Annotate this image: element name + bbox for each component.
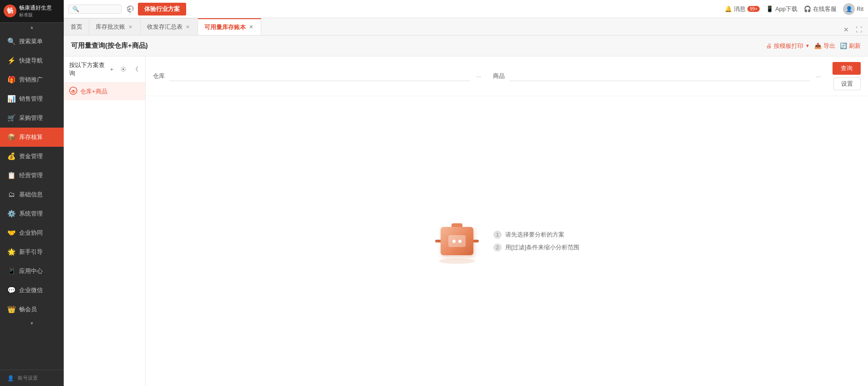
star-icon: 🌟 (7, 248, 15, 256)
close-tab-btn[interactable]: ✕ (841, 24, 852, 35)
export-btn[interactable]: 📤 导出 (814, 42, 835, 50)
tab-home[interactable]: 首页 (64, 18, 89, 35)
print-btn[interactable]: 🖨 按模板打印 ▼ (766, 42, 810, 50)
svg-point-2 (72, 90, 74, 92)
sidebar-menu: ▲ 🔍 搜索菜单 ⚡ 快捷导航 🎁 营销推广 📊 销售管理 🛒 采购管理 📦 库… (0, 23, 64, 370)
refresh-btn[interactable]: 🔄 刷新 (840, 42, 861, 50)
crown-icon: 👑 (7, 305, 15, 314)
filter-actions: 查询 设置 (832, 62, 861, 90)
filter-bar: 仓库 ··· 商品 ··· 查询 设置 (146, 57, 868, 96)
tab-close-receipt[interactable]: ✕ (184, 24, 191, 31)
svg-point-0 (122, 68, 124, 70)
tab-batch-account[interactable]: 库存批次账 ✕ (89, 18, 141, 35)
left-panel: 按以下方案查询 ＋ 《 仓库+商品 (64, 57, 146, 386)
sidebar-scroll-down[interactable]: ▼ (0, 319, 64, 328)
sidebar-item-wechat[interactable]: 💬 企业微信 (0, 281, 64, 300)
online-service-btn[interactable]: 🎧 在线客服 (804, 5, 837, 13)
settings-icon[interactable] (124, 4, 135, 15)
settings-button[interactable]: 设置 (833, 77, 861, 90)
gear-icon: ⚙️ (7, 210, 15, 218)
goods-filter-input[interactable] (509, 71, 810, 81)
refresh-icon: 🔄 (840, 42, 847, 49)
warehouse-more-btn[interactable]: ··· (474, 71, 484, 81)
app-download-btn[interactable]: 📱 App下载 (766, 5, 797, 13)
goods-more-btn[interactable]: ··· (813, 71, 823, 81)
expand-tab-btn[interactable]: ⛶ (853, 24, 864, 35)
sidebar-header: 畅 畅康通好生意 标准版 (0, 0, 64, 23)
sidebar-item-cooperation[interactable]: 🤝 企业协同 (0, 223, 64, 242)
trial-button[interactable]: 体验行业方案 (138, 3, 186, 15)
money-icon: 💰 (7, 152, 15, 160)
tabs-bar: 首页 库存批次账 ✕ 收发存汇总表 ✕ 可用量库存账本 ✕ ✕ ⛶ (64, 18, 868, 36)
avatar: 👤 (843, 3, 855, 15)
chat-icon: 💬 (7, 286, 15, 294)
sidebar-item-finance[interactable]: 💰 资金管理 (0, 147, 64, 166)
sidebar-item-operations[interactable]: 📋 经营管理 (0, 166, 64, 185)
shortcut-icon: ⚡ (7, 57, 15, 65)
sidebar-footer: 👤 账号设置 (0, 370, 64, 386)
hint-1: 1 请先选择要分析的方案 (493, 231, 579, 239)
scheme-warehouse-goods[interactable]: 仓库+商品 (64, 82, 145, 100)
goods-filter-field: 商品 ··· (493, 71, 824, 81)
page-title: 可用量查询(按仓库+商品) (71, 41, 148, 50)
printer-icon: 🖨 (766, 42, 772, 49)
tabs-actions: ✕ ⛶ (841, 24, 868, 35)
left-panel-header: 按以下方案查询 ＋ 《 (64, 57, 145, 82)
cart-icon: 🛒 (7, 114, 15, 122)
hint-2: 2 用[过滤]条件来缩小分析范围 (493, 243, 579, 252)
search-icon-small: 🔍 (72, 6, 79, 12)
headset-icon: 🎧 (804, 5, 811, 12)
query-button[interactable]: 查询 (832, 62, 861, 75)
main-area: 🔍 体验行业方案 🔔 消息 99+ 📱 App下载 🎧 在线客服 (64, 0, 868, 386)
tab-close-batch[interactable]: ✕ (127, 24, 134, 31)
sidebar-item-marketing[interactable]: 🎁 营销推广 (0, 70, 64, 89)
tab-available-stock[interactable]: 可用量库存账本 ✕ (198, 18, 261, 35)
topbar-right: 🔔 消息 99+ 📱 App下载 🎧 在线客服 👤 Rit (725, 3, 863, 15)
dropdown-arrow-icon: ▼ (805, 43, 810, 48)
sidebar-item-member[interactable]: 👑 畅会员 (0, 300, 64, 319)
phone-download-icon: 📱 (766, 5, 773, 12)
handshake-icon: 🤝 (7, 229, 15, 237)
sidebar-scroll-up[interactable]: ▲ (0, 23, 64, 32)
sidebar-item-shortcut[interactable]: ⚡ 快捷导航 (0, 51, 64, 70)
warehouse-filter-label: 仓库 (153, 72, 166, 80)
export-icon: 📤 (814, 42, 822, 49)
search-input[interactable] (81, 6, 117, 12)
empty-illustration (434, 218, 480, 264)
sidebar-item-purchase[interactable]: 🛒 采购管理 (0, 108, 64, 128)
username-label: Rit (857, 6, 863, 12)
add-scheme-btn[interactable]: ＋ (107, 65, 116, 74)
gift-icon: 🎁 (7, 76, 15, 84)
folder-icon: 🗂 (7, 190, 15, 198)
notification-btn[interactable]: 🔔 消息 99+ (725, 5, 760, 13)
user-profile-btn[interactable]: 👤 Rit (843, 3, 863, 15)
scheme-settings-btn[interactable] (119, 65, 128, 74)
search-icon: 🔍 (7, 37, 15, 46)
clipboard-icon: 📋 (7, 171, 15, 180)
notification-badge: 99+ (747, 6, 760, 12)
sidebar-item-basics[interactable]: 🗂 基础信息 (0, 185, 64, 204)
sidebar-item-system[interactable]: ⚙️ 系统管理 (0, 204, 64, 223)
box-icon: 📦 (7, 133, 15, 141)
left-panel-actions: ＋ 《 (107, 65, 140, 74)
search-box[interactable]: 🔍 (68, 5, 122, 14)
sidebar-item-sales[interactable]: 📊 销售管理 (0, 89, 64, 108)
sidebar-item-search[interactable]: 🔍 搜索菜单 (0, 32, 64, 51)
chart-icon: 📊 (7, 95, 15, 103)
tab-close-available[interactable]: ✕ (248, 24, 254, 31)
collapse-panel-btn[interactable]: 《 (131, 65, 140, 74)
user-icon: 👤 (7, 375, 14, 381)
sidebar-item-appstore[interactable]: 📱 应用中心 (0, 262, 64, 281)
topbar: 🔍 体验行业方案 🔔 消息 99+ 📱 App下载 🎧 在线客服 (64, 0, 868, 18)
sidebar-item-inventory[interactable]: 📦 库存核算 (0, 128, 64, 147)
warehouse-filter-input[interactable] (169, 71, 470, 81)
bell-icon: 🔔 (725, 5, 732, 12)
scheme-icon (69, 87, 77, 96)
app-logo: 畅 (4, 5, 16, 17)
content-area: 按以下方案查询 ＋ 《 仓库+商品 (64, 57, 868, 386)
right-panel: 仓库 ··· 商品 ··· 查询 设置 (146, 57, 868, 386)
tab-receipt-summary[interactable]: 收发存汇总表 ✕ (141, 18, 198, 35)
sidebar-item-guide[interactable]: 🌟 新手引导 (0, 242, 64, 262)
topbar-left: 🔍 体验行业方案 (68, 3, 721, 15)
empty-state: 1 请先选择要分析的方案 2 用[过滤]条件来缩小分析范围 (146, 96, 868, 386)
